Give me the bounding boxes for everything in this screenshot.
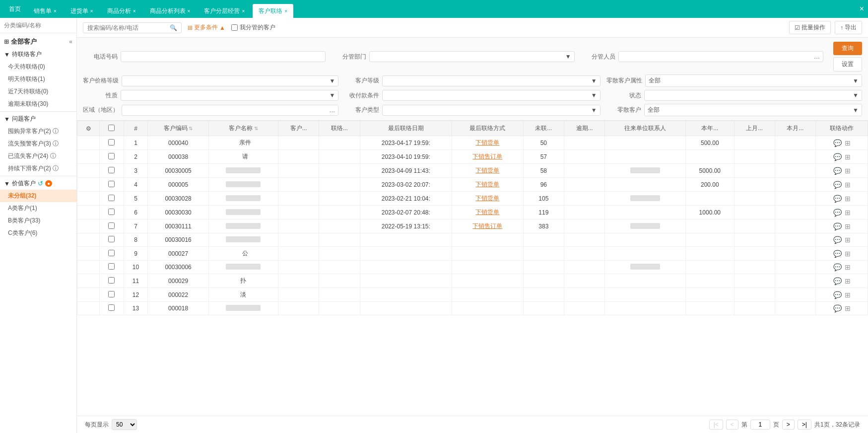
cell-last-method[interactable]: 下销货单 [452,206,524,219]
col-no-contact[interactable]: 未联... [523,121,564,136]
search-input[interactable] [87,24,167,31]
chat-icon[interactable]: 💬 [833,139,842,147]
more-conditions-btn[interactable]: ⊞ 更多条件 ▲ [188,23,225,32]
cell-last-method[interactable]: 下销货单 [452,164,524,178]
col-cust-type[interactable]: 客户... [278,121,319,136]
select-all-checkbox[interactable] [108,125,115,131]
retail-cust-dropdown[interactable]: 全部▼ [644,104,862,116]
page-number-input[interactable] [750,420,770,430]
grid-action-icon[interactable]: ⊞ [845,209,851,216]
my-customers-checkbox[interactable]: 我分管的客户 [231,23,275,32]
export-btn[interactable]: ↑ 导出 [835,21,862,34]
cell-last-method[interactable] [452,288,524,302]
home-tab[interactable]: 首页 [4,3,26,15]
grid-action-icon[interactable]: ⊞ [845,222,851,230]
sidebar-item-c-class[interactable]: C类客户(6) [0,227,76,239]
col-overdue[interactable]: 逾期... [564,121,604,136]
search-icon[interactable]: 🔍 [170,24,177,31]
col-name[interactable]: 客户名称 [208,121,278,136]
col-last-month[interactable]: 上月... [734,121,775,136]
tab-customer-contact[interactable]: 客户联络 × [253,4,293,18]
chat-icon[interactable]: 💬 [833,222,842,230]
page-size-select[interactable]: 50 20 100 [112,419,137,430]
chat-icon[interactable]: 💬 [833,153,842,161]
close-customer-contact-tab[interactable]: × [284,8,287,14]
first-page-btn[interactable]: |< [709,420,723,430]
close-purchase-tab[interactable]: × [90,8,93,14]
person-dropdown[interactable]: … [618,51,823,62]
col-settings[interactable]: ⚙ [77,121,100,136]
sidebar-item-ungroup[interactable]: 未分组(32) [0,190,76,202]
grid-action-icon[interactable]: ⊞ [845,236,851,244]
cell-checkbox[interactable] [100,219,124,233]
status-dropdown[interactable]: ▼ [644,90,862,101]
sidebar-collapse-icon[interactable]: « [69,38,72,45]
chat-icon[interactable]: 💬 [833,195,842,203]
col-last-date[interactable]: 最后联络日期 [360,121,452,136]
payment-terms-dropdown[interactable]: ▼ [382,90,600,101]
sidebar-item-today[interactable]: 今天待联络(0) [0,61,76,73]
chat-icon[interactable]: 💬 [833,263,842,271]
chat-icon[interactable]: 💬 [833,167,842,175]
cell-last-method[interactable]: 下销货单 [452,192,524,206]
sidebar-item-churn-warning[interactable]: 流失预警客户(3) ⓘ [0,138,76,150]
close-all-tabs[interactable]: × [860,4,864,13]
sidebar-item-hoard[interactable]: 囤购异常客户(2) ⓘ [0,125,76,138]
prev-page-btn[interactable]: < [726,420,738,430]
tab-product-analysis[interactable]: 商品分析 × [101,4,142,18]
sidebar-item-declining[interactable]: 持续下滑客户(2) ⓘ [0,162,76,175]
cust-level-dropdown[interactable]: ▼ [382,75,600,86]
grid-action-icon[interactable]: ⊞ [845,250,851,258]
sidebar-item-a-class[interactable]: A类客户(1) [0,202,76,215]
dept-dropdown[interactable]: ▼ [369,51,574,62]
group-value[interactable]: ▼ 价值客户 ↺ ● [0,177,76,190]
col-checkbox[interactable] [100,121,124,136]
cell-last-method[interactable] [452,261,524,274]
cell-last-method[interactable]: 下销售订单 [452,150,524,164]
group-pending-contact[interactable]: ▼ 待联络客户 [0,48,76,61]
cell-last-method[interactable] [452,274,524,288]
chat-icon[interactable]: 💬 [833,277,842,285]
col-this-year[interactable]: 本年... [686,121,734,136]
refresh-icon[interactable]: ↺ [38,180,43,187]
price-level-dropdown[interactable]: ▼ [122,75,338,86]
sidebar-item-7days[interactable]: 近7天待联络(0) [0,85,76,98]
cell-checkbox[interactable] [100,136,124,150]
close-product-analysis-tab[interactable]: × [133,8,136,14]
chat-icon[interactable]: 💬 [833,181,842,189]
chat-icon[interactable]: 💬 [833,250,842,258]
grid-action-icon[interactable]: ⊞ [845,167,851,175]
col-last-method[interactable]: 最后联络方式 [452,121,524,136]
sidebar-item-churned[interactable]: 已流失客户(24) ⓘ [0,150,76,162]
cell-last-method[interactable] [452,247,524,261]
phone-input[interactable] [121,51,326,62]
chat-icon[interactable]: 💬 [833,304,842,312]
cust-type-dropdown[interactable]: ▼ [382,105,600,116]
cell-last-method[interactable] [452,233,524,247]
retail-attr-dropdown[interactable]: 全部▼ [645,74,862,87]
close-product-list-tab[interactable]: × [188,8,191,14]
tab-customer-tier[interactable]: 客户分层经营 × [198,4,251,18]
grid-action-icon[interactable]: ⊞ [845,181,851,189]
cell-checkbox[interactable] [100,233,124,247]
chat-icon[interactable]: 💬 [833,236,842,244]
cell-last-method[interactable]: 下销货单 [452,178,524,192]
grid-action-icon[interactable]: ⊞ [845,263,851,271]
nature-dropdown[interactable]: ▼ [121,90,338,101]
chat-icon[interactable]: 💬 [833,291,842,299]
cell-checkbox[interactable] [100,192,124,206]
last-page-btn[interactable]: >| [798,420,811,430]
cell-last-method[interactable] [452,302,524,315]
grid-action-icon[interactable]: ⊞ [845,195,851,203]
cell-checkbox[interactable] [100,261,124,274]
cell-checkbox[interactable] [100,178,124,192]
close-customer-tier-tab[interactable]: × [242,8,245,14]
grid-action-icon[interactable]: ⊞ [845,153,851,161]
col-partner[interactable]: 往来单位联系人 [605,121,686,136]
col-contact[interactable]: 联络... [319,121,360,136]
batch-operation-btn[interactable]: ☑ 批量操作 [789,21,831,34]
my-customers-check[interactable] [231,24,238,31]
cell-checkbox[interactable] [100,302,124,315]
grid-action-icon[interactable]: ⊞ [845,304,851,312]
group-problem[interactable]: ▼ 问题客户 [0,113,76,125]
